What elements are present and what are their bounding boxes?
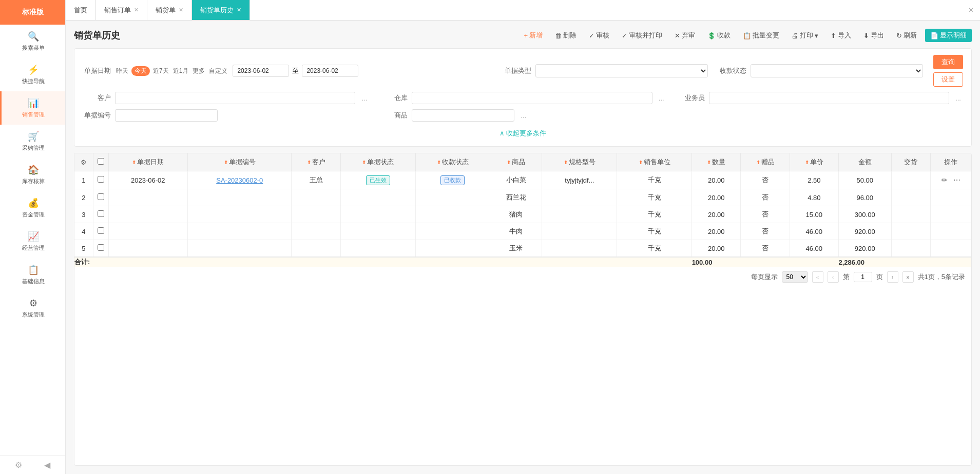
column-price[interactable]: ⬆单价: [790, 153, 838, 171]
doc-type-select[interactable]: [535, 64, 708, 77]
next-page-btn[interactable]: ›: [887, 271, 898, 283]
row-actions: ✏ ⋯: [934, 175, 969, 185]
sidebar-collapse-btn[interactable]: ◀: [44, 460, 50, 470]
column-product[interactable]: ⬆商品: [490, 153, 542, 171]
sidebar-item-finance[interactable]: 💰 资金管理: [0, 191, 65, 225]
print-button[interactable]: 🖨 打印 ▾: [787, 29, 822, 42]
cell-action: [930, 223, 971, 240]
doc-no-link[interactable]: SA-20230602-0: [216, 176, 263, 184]
shortcut-yesterday[interactable]: 昨天: [115, 67, 129, 75]
first-page-btn[interactable]: «: [812, 271, 823, 283]
batch-change-button[interactable]: 📋 批量变更: [739, 29, 783, 42]
column-gear[interactable]: ⚙: [74, 153, 93, 171]
column-status[interactable]: ⬆单据状态: [340, 153, 415, 171]
row-checkbox[interactable]: [98, 193, 104, 200]
cell-checkbox[interactable]: [93, 240, 108, 258]
row-more-btn[interactable]: ⋯: [952, 175, 962, 185]
column-qty[interactable]: ⬆数量: [692, 153, 741, 171]
per-page-select[interactable]: 20 50 100: [782, 271, 808, 283]
set-button[interactable]: 设置: [933, 72, 963, 87]
add-button[interactable]: + 新增: [520, 29, 547, 42]
cell-doc-status: [340, 223, 415, 240]
shortcut-today[interactable]: 今天: [131, 66, 150, 76]
cell-price: 15.00: [790, 206, 838, 223]
shortcut-7days[interactable]: 近7天: [152, 67, 170, 75]
customer-picker-btn[interactable]: ...: [359, 94, 369, 102]
summary-row: 合计: 100.00 2,286.00: [74, 257, 971, 267]
last-page-btn[interactable]: »: [902, 271, 914, 283]
warehouse-picker-btn[interactable]: ...: [657, 94, 666, 102]
page-title: 销货单历史: [74, 29, 120, 42]
tab-sales-delivery[interactable]: 销货单 ✕: [147, 0, 192, 20]
add-label: 新增: [529, 31, 543, 40]
column-date[interactable]: ⬆单据日期: [108, 153, 188, 171]
tab-sales-order-close[interactable]: ✕: [134, 7, 139, 13]
audit-print-button[interactable]: ✓ 审核并打印: [618, 29, 666, 42]
audit-label: 审核: [596, 31, 609, 40]
collapse-btn[interactable]: ∧ 收起更多条件: [83, 127, 963, 140]
cell-checkbox[interactable]: [93, 189, 108, 206]
row-checkbox[interactable]: [98, 227, 104, 234]
row-edit-btn[interactable]: ✏: [939, 175, 950, 185]
tab-home-label: 首页: [74, 6, 87, 15]
row-checkbox[interactable]: [98, 244, 104, 251]
abandon-label: 弃审: [682, 31, 695, 40]
tab-sales-delivery-close[interactable]: ✕: [179, 7, 183, 13]
sidebar-item-shortcut[interactable]: ⚡ 快捷导航: [0, 58, 65, 91]
sidebar-item-search[interactable]: 🔍 搜索菜单: [0, 25, 65, 58]
tab-sales-order[interactable]: 销售订单 ✕: [96, 0, 147, 20]
delete-button[interactable]: 🗑 删除: [551, 29, 581, 42]
receipt-status-select[interactable]: [751, 64, 923, 77]
cell-checkbox[interactable]: [93, 206, 108, 223]
row-checkbox[interactable]: [98, 176, 104, 183]
close-all-btn[interactable]: ✕: [968, 6, 974, 14]
date-to-input[interactable]: [302, 65, 358, 77]
row-checkbox[interactable]: [98, 210, 104, 217]
sidebar-item-basic[interactable]: 📋 基础信息: [0, 258, 65, 291]
docno-input[interactable]: [115, 109, 218, 122]
sidebar-item-purchase[interactable]: 🛒 采购管理: [0, 125, 65, 158]
sidebar-item-system[interactable]: ⚙ 系统管理: [0, 291, 65, 325]
filter-salesperson-group: 业务员 ...: [677, 92, 963, 104]
export-button[interactable]: ⬇ 导出: [859, 29, 888, 42]
column-unit[interactable]: ⬆销售单位: [617, 153, 692, 171]
import-button[interactable]: ⬆ 导入: [827, 29, 855, 42]
cell-checkbox[interactable]: [93, 171, 108, 189]
page-number-input[interactable]: [854, 272, 872, 282]
audit-button[interactable]: ✓ 审核: [585, 29, 613, 42]
customer-input[interactable]: [115, 92, 355, 104]
tab-sales-history[interactable]: 销货单历史 ✕: [192, 0, 250, 20]
column-no[interactable]: ⬆单据编号: [188, 153, 292, 171]
column-spec[interactable]: ⬆规格型号: [542, 153, 617, 171]
column-gift[interactable]: ⬆赠品: [741, 153, 790, 171]
tab-home[interactable]: 首页: [66, 0, 96, 20]
shortcut-custom[interactable]: 自定义: [208, 67, 228, 75]
customer-label: 客户: [83, 93, 111, 103]
column-checkbox[interactable]: [93, 153, 108, 171]
shortcut-more[interactable]: 更多: [191, 67, 206, 75]
date-from-input[interactable]: [233, 65, 289, 77]
product-input[interactable]: [412, 109, 514, 122]
tab-sales-history-close[interactable]: ✕: [237, 7, 241, 13]
total-info: 共1页，5条记录: [918, 272, 965, 282]
prev-page-btn[interactable]: ‹: [828, 271, 839, 283]
column-receipt[interactable]: ⬆收款状态: [415, 153, 490, 171]
cell-checkbox[interactable]: [93, 223, 108, 240]
product-picker-btn[interactable]: ...: [518, 112, 528, 120]
column-customer[interactable]: ⬆客户: [292, 153, 340, 171]
salesperson-input[interactable]: [709, 92, 949, 104]
sidebar-settings-btn[interactable]: ⚙: [15, 460, 22, 470]
display-detail-button[interactable]: 📄 显示明细: [925, 29, 972, 42]
warehouse-input[interactable]: [412, 92, 652, 104]
receive-button[interactable]: 💲 收款: [703, 29, 735, 42]
query-button[interactable]: 查询: [933, 55, 963, 69]
shortcut-1month[interactable]: 近1月: [172, 67, 190, 75]
inventory-icon: 🏠: [28, 164, 39, 175]
select-all-checkbox[interactable]: [98, 158, 104, 165]
abandon-button[interactable]: ✕ 弃审: [670, 29, 699, 42]
sidebar-item-inventory[interactable]: 🏠 库存核算: [0, 158, 65, 191]
refresh-button[interactable]: ↻ 刷新: [892, 29, 921, 42]
sidebar-item-sales[interactable]: 📊 销售管理: [0, 91, 65, 125]
sidebar-item-operation[interactable]: 📈 经营管理: [0, 225, 65, 258]
salesperson-picker-btn[interactable]: ...: [953, 94, 963, 102]
